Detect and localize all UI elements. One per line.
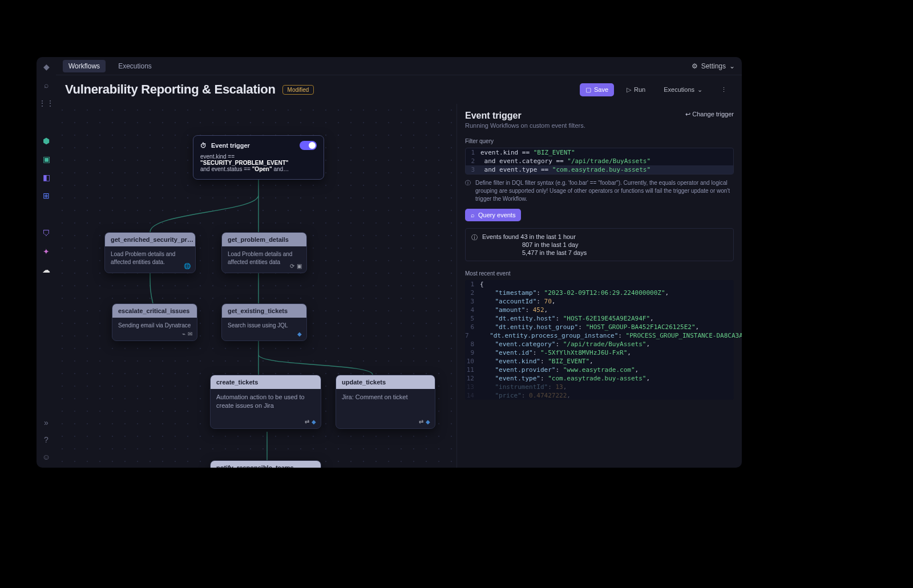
trigger-summary: event.kind == "SECURITY_PROBLEM_EVENT" a… (193, 153, 324, 179)
tab-workflows[interactable]: Workflows (63, 60, 106, 72)
chevron-down-icon: ⌄ (729, 62, 735, 70)
module-icon-4[interactable]: ⊞ (41, 190, 51, 201)
apps-icon[interactable]: ⋮⋮ (41, 98, 51, 108)
search-icon[interactable]: ⌕ (41, 80, 51, 90)
node-get-existing-tickets[interactable]: get_existing_tickets Search issue using … (221, 303, 307, 341)
loop-icon: ⇄ (419, 419, 423, 425)
more-menu[interactable]: ⋮ (715, 83, 733, 96)
node-desc: Jira: Comment on ticket (336, 389, 435, 407)
info-icon: ⓘ (465, 179, 471, 203)
workflow-canvas[interactable]: ⏱ Event trigger event.kind == "SECURITY_… (56, 104, 457, 468)
loop-icon: ⟳ (290, 263, 294, 269)
jira-icon: ◆ (297, 331, 302, 337)
events-row-1: 807 in the last 1 day (482, 241, 587, 248)
query-events-label: Query events (478, 212, 515, 218)
app-icon: ▣ (297, 263, 302, 269)
user-icon[interactable]: ☺ (41, 452, 51, 462)
node-title: notify_responsible_teams (211, 461, 321, 468)
shield-icon[interactable]: ⛉ (41, 228, 51, 238)
save-icon: ▢ (585, 86, 591, 94)
globe-icon: 🌐 (184, 263, 191, 269)
events-row-0: 43 in the last 1 hour (520, 233, 576, 240)
node-get-enriched-security[interactable]: get_enriched_security_pr… Load Problem d… (104, 232, 196, 273)
info-icon: ⓘ (471, 233, 478, 256)
app-window: ◆ ⌕ ⋮⋮ ⬢ ▣ ◧ ⊞ ⛉ ✦ ☁ » ? ☺ Workflows Exe… (37, 57, 742, 468)
recent-event-viewer[interactable]: 1{2 "timestamp": "2023-02-09T12:06:29.22… (465, 280, 734, 400)
loop-icon: ⇄ (305, 419, 309, 425)
mail-icon: ✉ (188, 331, 192, 337)
filter-query-editor[interactable]: 1event.kind == "BIZ_EVENT"2 and event.ca… (465, 148, 734, 175)
play-icon: ▷ (627, 86, 631, 94)
module-icon-1[interactable]: ⬢ (41, 136, 51, 146)
help-icon[interactable]: ? (41, 435, 51, 445)
query-events-button[interactable]: ⌕ Query events (465, 209, 521, 221)
filter-query-label: Filter query (465, 138, 734, 144)
node-update-tickets[interactable]: update_tickets Jira: Comment on ticket ⇄… (336, 375, 435, 429)
workflow-header: Vulnerability Reporting & Escalation Mod… (56, 75, 742, 104)
node-desc: Load Problem details and affected entiti… (105, 246, 195, 271)
expand-icon[interactable]: » (41, 417, 51, 428)
filter-hint-text: Define filter in DQL filter syntax (e.g.… (475, 179, 734, 203)
cloud-icon[interactable]: ☁ (41, 265, 51, 275)
graph-icon[interactable]: ✦ (41, 246, 51, 257)
node-desc: Automation action to be used to create i… (211, 389, 321, 416)
change-trigger-link[interactable]: ↩ Change trigger (685, 111, 734, 118)
node-title: create_tickets (211, 375, 321, 389)
tab-executions[interactable]: Executions (112, 60, 157, 72)
executions-dropdown[interactable]: Executions ⌄ (658, 83, 708, 96)
jira-icon: ◆ (312, 419, 316, 425)
status-badge: Modified (282, 85, 314, 95)
module-icon-2[interactable]: ▣ (41, 154, 51, 164)
gear-icon: ⚙ (692, 62, 698, 70)
node-title: get_existing_tickets (222, 304, 306, 318)
code-icon: ⌁ (182, 331, 185, 337)
filter-hint: ⓘ Define filter in DQL filter syntax (e.… (465, 179, 734, 203)
save-label: Save (594, 86, 608, 93)
node-get-problem-details[interactable]: get_problem_details Load Problem details… (221, 232, 307, 273)
node-desc: Search issue using JQL (222, 318, 306, 335)
panel-subtitle: Running Workflows on custom event filter… (465, 122, 734, 129)
save-button[interactable]: ▢ Save (580, 83, 614, 96)
node-event-trigger[interactable]: ⏱ Event trigger event.kind == "SECURITY_… (193, 135, 324, 180)
run-button[interactable]: ▷ Run (621, 83, 651, 96)
settings-label: Settings (701, 62, 726, 70)
jira-icon: ◆ (426, 419, 430, 425)
page-title: Vulnerability Reporting & Escalation (65, 82, 276, 97)
left-rail: ◆ ⌕ ⋮⋮ ⬢ ▣ ◧ ⊞ ⛉ ✦ ☁ » ? ☺ (37, 57, 56, 468)
chevron-down-icon: ⌄ (697, 86, 702, 94)
node-create-tickets[interactable]: create_tickets Automation action to be u… (210, 375, 321, 429)
node-title: escalate_critical_issues (112, 304, 197, 318)
executions-label: Executions (664, 86, 694, 93)
node-title: update_tickets (336, 375, 435, 389)
events-found-box: ⓘ Events found 43 in the last 1 hour 807… (465, 228, 734, 261)
trigger-icon: ⏱ (200, 142, 207, 149)
topbar: Workflows Executions ⚙ Settings ⌄ (56, 57, 742, 75)
node-notify-teams[interactable]: notify_responsible_teams for each affect… (210, 460, 321, 468)
node-title: get_problem_details (222, 233, 306, 246)
module-icon-3[interactable]: ◧ (41, 172, 51, 183)
recent-event-label: Most recent event (465, 270, 734, 277)
details-panel: ↩ Change trigger Event trigger Running W… (457, 104, 742, 468)
search-icon: ⌕ (471, 212, 475, 218)
events-row-2: 5,477 in the last 7 days (482, 249, 587, 256)
events-found-label: Events found (482, 233, 519, 240)
main: Workflows Executions ⚙ Settings ⌄ Vulner… (56, 57, 742, 468)
logo-icon[interactable]: ◆ (41, 62, 51, 72)
run-label: Run (634, 86, 645, 93)
trigger-toggle[interactable] (300, 141, 317, 150)
node-escalate-critical[interactable]: escalate_critical_issues Sending email v… (112, 303, 197, 341)
trigger-title: Event trigger (211, 142, 250, 149)
node-title: get_enriched_security_pr… (105, 233, 195, 246)
settings-menu[interactable]: ⚙ Settings ⌄ (692, 62, 735, 70)
